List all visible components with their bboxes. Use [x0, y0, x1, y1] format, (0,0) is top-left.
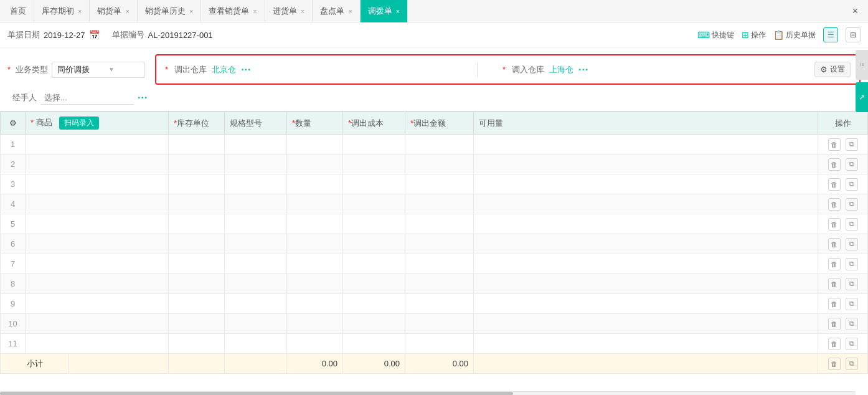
panel-expand-btn[interactable]: ↗ [856, 82, 868, 112]
copy-icon-3[interactable]: ⧉ [846, 178, 858, 191]
delete-icon-3[interactable]: 🗑 [828, 178, 841, 191]
delete-icon-1[interactable]: 🗑 [828, 138, 841, 151]
calendar-icon[interactable]: 📅 [89, 30, 100, 40]
scrollbar-track[interactable] [0, 391, 856, 395]
tab-sales-history-close[interactable]: × [189, 7, 193, 15]
out-warehouse-more-btn[interactable]: ··· [241, 64, 251, 75]
row-11-product[interactable] [26, 334, 169, 354]
row-10-available[interactable] [474, 314, 818, 334]
tab-inventory-init-close[interactable]: × [78, 7, 82, 15]
tab-home[interactable]: 首页 [2, 0, 34, 22]
col-gear[interactable]: ⚙ [1, 112, 26, 135]
row-10-amount[interactable] [405, 314, 474, 334]
tab-purchase[interactable]: 进货单 × [265, 0, 313, 22]
row-8-unit[interactable] [169, 274, 225, 294]
row-6-cost[interactable] [343, 234, 405, 254]
tab-transfer[interactable]: 调拨单 × [361, 0, 408, 22]
copy-icon-6[interactable]: ⧉ [846, 238, 858, 250]
delete-icon-9[interactable]: 🗑 [828, 298, 841, 310]
row-9-spec[interactable] [225, 294, 287, 314]
handler-input[interactable] [40, 91, 134, 105]
row-7-spec[interactable] [225, 254, 287, 274]
operation-btn[interactable]: ⊞ 操作 [742, 30, 766, 40]
row-4-unit[interactable] [169, 194, 225, 214]
row-9-unit[interactable] [169, 294, 225, 314]
row-3-available[interactable] [474, 174, 818, 194]
business-type-select[interactable]: 同价调拨 ▼ [52, 62, 145, 78]
copy-icon-7[interactable]: ⧉ [846, 258, 858, 270]
row-11-cost[interactable] [343, 334, 405, 354]
tab-inventory-init[interactable]: 库存期初 × [34, 0, 90, 22]
tab-inventory-close[interactable]: × [348, 7, 352, 15]
history-btn[interactable]: 📋 历史单据 [773, 30, 816, 40]
row-9-product[interactable] [26, 294, 169, 314]
row-9-available[interactable] [474, 294, 818, 314]
row-11-spec[interactable] [225, 334, 287, 354]
row-2-spec[interactable] [225, 155, 287, 174]
copy-icon-2[interactable]: ⧉ [846, 158, 858, 171]
row-3-unit[interactable] [169, 174, 225, 194]
delete-icon-10[interactable]: 🗑 [828, 318, 841, 330]
row-5-available[interactable] [474, 214, 818, 234]
row-7-cost[interactable] [343, 254, 405, 274]
row-5-cost[interactable] [343, 214, 405, 234]
scan-button[interactable]: 扫码录入 [59, 117, 99, 130]
row-11-available[interactable] [474, 334, 818, 354]
delete-icon-11[interactable]: 🗑 [828, 338, 841, 350]
window-close-button[interactable]: × [845, 0, 866, 22]
copy-icon-9[interactable]: ⧉ [846, 298, 858, 310]
row-4-product[interactable] [26, 194, 169, 214]
row-6-amount[interactable] [405, 234, 474, 254]
row-7-unit[interactable] [169, 254, 225, 274]
row-4-cost[interactable] [343, 194, 405, 214]
row-9-qty[interactable] [287, 294, 343, 314]
delete-icon-8[interactable]: 🗑 [828, 278, 841, 290]
settings-button[interactable]: ⚙ 设置 [814, 62, 851, 77]
row-5-qty[interactable] [287, 214, 343, 234]
row-7-product[interactable] [26, 254, 169, 274]
row-11-amount[interactable] [405, 334, 474, 354]
copy-icon-5[interactable]: ⧉ [846, 218, 858, 231]
row-3-cost[interactable] [343, 174, 405, 194]
shortcut-btn[interactable]: ⌨ 快捷键 [697, 30, 734, 40]
row-1-available[interactable] [474, 135, 818, 155]
copy-icon-subtotal[interactable]: ⧉ [846, 358, 858, 370]
row-6-unit[interactable] [169, 234, 225, 254]
row-7-amount[interactable] [405, 254, 474, 274]
copy-icon-8[interactable]: ⧉ [846, 278, 858, 290]
row-1-qty[interactable] [287, 135, 343, 155]
delete-icon-2[interactable]: 🗑 [828, 158, 841, 171]
row-4-qty[interactable] [287, 194, 343, 214]
row-9-amount[interactable] [405, 294, 474, 314]
copy-icon-1[interactable]: ⧉ [846, 138, 858, 151]
row-8-available[interactable] [474, 274, 818, 294]
row-10-spec[interactable] [225, 314, 287, 334]
row-11-unit[interactable] [169, 334, 225, 354]
copy-icon-4[interactable]: ⧉ [846, 198, 858, 211]
row-6-spec[interactable] [225, 234, 287, 254]
delete-icon-7[interactable]: 🗑 [828, 258, 841, 270]
row-10-cost[interactable] [343, 314, 405, 334]
row-2-unit[interactable] [169, 155, 225, 174]
row-4-amount[interactable] [405, 194, 474, 214]
row-5-amount[interactable] [405, 214, 474, 234]
tab-transfer-close[interactable]: × [396, 7, 400, 15]
row-8-product[interactable] [26, 274, 169, 294]
row-2-product[interactable] [26, 155, 169, 174]
row-6-qty[interactable] [287, 234, 343, 254]
tab-sales-order-close[interactable]: × [125, 7, 129, 15]
list-view-btn[interactable]: ☰ [823, 27, 838, 42]
row-3-product[interactable] [26, 174, 169, 194]
tab-sales-history[interactable]: 销货单历史 × [138, 0, 201, 22]
row-4-spec[interactable] [225, 194, 287, 214]
row-5-product[interactable] [26, 214, 169, 234]
row-3-amount[interactable] [405, 174, 474, 194]
row-1-amount[interactable] [405, 135, 474, 155]
delete-icon-5[interactable]: 🗑 [828, 218, 841, 231]
row-8-qty[interactable] [287, 274, 343, 294]
row-10-unit[interactable] [169, 314, 225, 334]
tab-purchase-close[interactable]: × [301, 7, 304, 15]
row-7-qty[interactable] [287, 254, 343, 274]
handler-more-btn[interactable]: ··· [138, 92, 148, 103]
row-2-available[interactable] [474, 155, 818, 174]
